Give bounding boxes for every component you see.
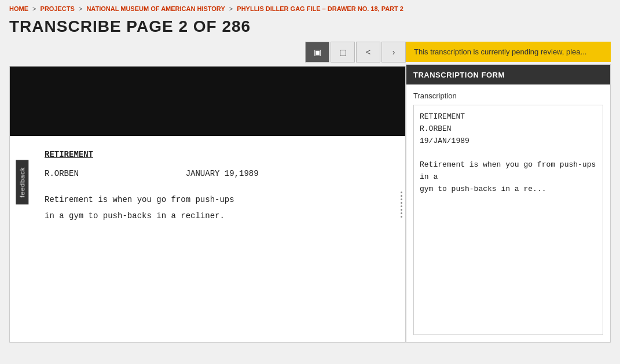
transcription-label: Transcription: [413, 91, 603, 100]
doc-title: RETIREMENT: [45, 148, 376, 162]
drag-dot: [401, 212, 402, 214]
form-header-title: TRANSCRIPTION FORM: [413, 71, 505, 79]
doc-author: R.ORBEN: [45, 169, 79, 178]
doc-spacer: [45, 182, 376, 193]
breadcrumb-museum[interactable]: NATIONAL MUSEUM OF AMERICAN HISTORY: [86, 5, 225, 12]
drag-dot: [401, 209, 402, 211]
viewer-toolbar: ▣ ▢ < ›: [9, 42, 406, 62]
sep1: >: [31, 5, 38, 12]
transcription-form: TRANSCRIPTION FORM Transcription RETIREM…: [406, 64, 611, 343]
toolbar-btn-2[interactable]: ▢: [331, 42, 355, 62]
feedback-label: feedback: [19, 167, 25, 197]
drag-dot: [401, 216, 402, 218]
form-body: Transcription RETIREMENT R.ORBEN 19/JAN/…: [406, 84, 610, 342]
breadcrumb: HOME > PROJECTS > NATIONAL MUSEUM OF AME…: [0, 0, 620, 15]
toolbar-btn-1[interactable]: ▣: [305, 42, 329, 62]
page-title: TRANSCRIBE PAGE 2 OF 286: [9, 17, 611, 36]
toolbar-btn-4[interactable]: ›: [381, 42, 406, 62]
drag-dot: [401, 205, 402, 207]
sep2: >: [77, 5, 85, 12]
drag-dot: [401, 195, 402, 197]
sep3: >: [228, 5, 235, 12]
breadcrumb-projects[interactable]: PROJECTS: [41, 5, 75, 12]
doc-image-black: [10, 67, 405, 136]
doc-date: JANUARY 19,1989: [186, 169, 259, 178]
right-panel: This transcription is currently pending …: [406, 42, 611, 343]
drag-dot: [401, 198, 402, 200]
doc-viewer-panel: ▣ ▢ < › RETIREMENT R.ORBEN JANUARY 19,19…: [9, 42, 406, 343]
feedback-tab[interactable]: feedback: [16, 160, 28, 204]
doc-line-2: Retirement is when you go from push-ups: [45, 193, 376, 207]
breadcrumb-home[interactable]: HOME: [9, 5, 28, 12]
drag-dot: [401, 202, 402, 204]
toolbar-btn-3[interactable]: <: [356, 42, 380, 62]
drag-dot: [401, 192, 402, 193]
form-header: TRANSCRIPTION FORM: [406, 65, 610, 84]
transcription-textarea[interactable]: RETIREMENT R.ORBEN 19/JAN/1989 Retiremen…: [413, 105, 603, 335]
breadcrumb-collection: PHYLLIS DILLER GAG FILE – DRAWER NO. 18,…: [237, 5, 403, 12]
main-layout: ▣ ▢ < › RETIREMENT R.ORBEN JANUARY 19,19…: [0, 42, 620, 343]
page-title-area: TRANSCRIBE PAGE 2 OF 286: [0, 15, 620, 42]
pending-text: This transcription is currently pending …: [414, 47, 586, 56]
pending-banner: This transcription is currently pending …: [406, 42, 611, 62]
doc-line-3: in a gym to push-backs in a recliner.: [45, 209, 376, 223]
doc-text-content: RETIREMENT R.ORBEN JANUARY 19,1989 Retir…: [10, 136, 405, 342]
doc-line-author-date: R.ORBEN JANUARY 19,1989: [45, 167, 376, 181]
drag-handle[interactable]: [397, 187, 405, 222]
doc-image-container: RETIREMENT R.ORBEN JANUARY 19,1989 Retir…: [9, 66, 406, 343]
